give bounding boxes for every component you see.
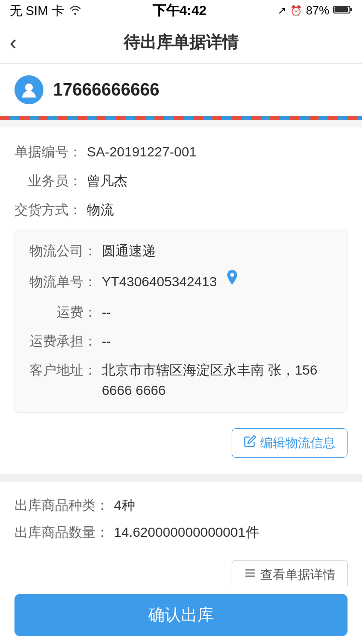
svg-rect-2 — [334, 7, 348, 12]
svg-point-3 — [25, 84, 33, 91]
address-row: 客户地址： 北京市市辖区海淀区永丰南 张，156 6666 6666 — [29, 360, 333, 401]
freight-bear-value: -- — [102, 331, 333, 351]
decorative-border — [0, 116, 362, 120]
battery-text: 87% — [306, 4, 329, 17]
freight-bear-row: 运费承担： -- — [29, 331, 333, 351]
customer-phone: 17666666666 — [53, 80, 159, 100]
section-divider — [0, 474, 362, 482]
tracking-row: 物流单号： YT43064053424​13 — [29, 270, 333, 294]
salesman-row: 业务员： 曾凡杰 — [14, 171, 348, 191]
order-info-section: 单据编号： SA-20191227-001 业务员： 曾凡杰 交货方式： 物流 … — [0, 127, 362, 474]
alarm-icon: ⏰ — [290, 5, 302, 16]
nav-bar: ‹ 待出库单据详情 — [0, 21, 362, 64]
logistics-card: 物流公司： 圆通速递 物流单号： YT43064053424​13 运费： --… — [14, 229, 348, 413]
address-value: 北京市市辖区海淀区永丰南 张，156 6666 6666 — [102, 360, 333, 401]
status-left: 无 SIM 卡 — [10, 2, 82, 19]
back-icon: ‹ — [10, 32, 17, 53]
freight-label: 运费： — [29, 302, 97, 322]
goods-quantity-value: 14.620000000000001件 — [114, 523, 259, 542]
confirm-outbound-button[interactable]: 确认出库 — [14, 594, 348, 636]
logistics-company-label: 物流公司： — [29, 241, 97, 261]
salesman-value: 曾凡杰 — [87, 171, 348, 191]
goods-types-label: 出库商品种类： — [14, 496, 109, 515]
view-detail-button[interactable]: 查看单据详情 — [232, 560, 348, 589]
freight-row: 运费： -- — [29, 302, 333, 322]
confirm-btn-wrapper: 确认出库 — [0, 586, 362, 644]
tracking-label: 物流单号： — [29, 272, 97, 292]
tracking-number: YT43064053424​13 — [102, 272, 217, 292]
battery-icon — [333, 4, 352, 17]
carrier-text: 无 SIM 卡 — [10, 2, 64, 19]
goods-quantity-label: 出库商品数量： — [14, 523, 109, 542]
goods-quantity-row: 出库商品数量： 14.620000000000001件 — [14, 523, 348, 542]
delivery-label: 交货方式： — [14, 200, 82, 220]
delivery-value: 物流 — [87, 200, 348, 220]
location-pin-icon[interactable] — [224, 270, 240, 294]
wifi-icon — [69, 3, 82, 18]
edit-icon — [244, 435, 256, 451]
goods-types-row: 出库商品种类： 4种 — [14, 496, 348, 515]
customer-header: 17666666666 — [0, 64, 362, 116]
edit-logistics-button[interactable]: 编辑物流信息 — [232, 428, 348, 458]
freight-bear-label: 运费承担： — [29, 331, 97, 351]
logistics-company-value: 圆通速递 — [102, 241, 333, 261]
goods-types-value: 4种 — [114, 496, 135, 515]
order-no-row: 单据编号： SA-20191227-001 — [14, 142, 348, 162]
edit-logistics-label: 编辑物流信息 — [260, 434, 335, 451]
avatar — [14, 75, 43, 104]
svg-rect-1 — [350, 8, 352, 11]
status-bar: 无 SIM 卡 下午4:42 ↗ ⏰ 87% — [0, 0, 362, 21]
confirm-btn-label: 确认出库 — [148, 604, 214, 626]
view-detail-label: 查看单据详情 — [260, 566, 335, 583]
location-icon: ↗ — [278, 4, 286, 17]
edit-btn-row: 编辑物流信息 — [14, 420, 348, 460]
logistics-company-row: 物流公司： 圆通速递 — [29, 241, 333, 261]
order-no-value: SA-20191227-001 — [87, 142, 348, 162]
page-title: 待出库单据详情 — [124, 31, 238, 54]
salesman-label: 业务员： — [14, 171, 82, 191]
view-detail-row: 查看单据详情 — [14, 550, 348, 591]
address-label: 客户地址： — [29, 360, 97, 380]
back-button[interactable]: ‹ — [10, 32, 17, 53]
order-no-label: 单据编号： — [14, 142, 82, 162]
time-text: 下午4:42 — [153, 1, 207, 20]
status-right: ↗ ⏰ 87% — [278, 4, 352, 17]
list-icon — [244, 567, 256, 583]
delivery-row: 交货方式： 物流 — [14, 200, 348, 220]
freight-value: -- — [102, 302, 333, 322]
